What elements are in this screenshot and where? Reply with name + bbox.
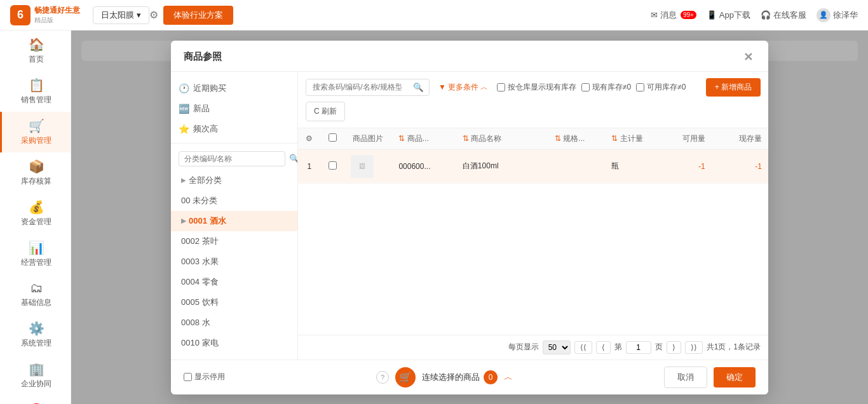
nav-messages[interactable]: ✉ 消息 99+ (651, 10, 696, 21)
page-first-btn[interactable]: ⟨⟨ (574, 341, 592, 354)
star-icon: ⭐ (179, 124, 189, 134)
inventory-icon: 📦 (29, 159, 44, 174)
col-header-unit[interactable]: ⇅ 主计量 (605, 128, 654, 150)
dialog-title: 商品参照 (184, 51, 222, 63)
table-header-row: ⚙ 商品图片 ⇅ (298, 128, 768, 150)
top-nav: 6 畅捷通好生意 精品版 日太阳膜 ▾ ⚙ 体验行业方案 ✉ 消息 99+ 📱 … (0, 0, 868, 30)
image-icon: 🖼 (359, 163, 365, 170)
show-disabled-label[interactable]: 显示停用 (184, 372, 225, 382)
row-settings: 1 (298, 149, 321, 183)
col-header-spec[interactable]: ⇅ 规格... (548, 128, 605, 150)
col-header-settings[interactable]: ⚙ (298, 128, 321, 150)
nav-dropdown[interactable]: 日太阳膜 ▾ (93, 6, 149, 24)
confirm-button[interactable]: 确定 (714, 367, 756, 387)
sidebar-item-inventory[interactable]: 📦 库存核算 (0, 152, 71, 193)
row-avail: -1 (654, 149, 711, 183)
page-prev-btn[interactable]: ⟨ (596, 341, 611, 354)
table-toolbar: 🔍 ▼ 更多条件 ︿ 按仓库显示现有库存 (298, 72, 768, 128)
cancel-button[interactable]: 取消 (664, 367, 707, 388)
sidebar-item-base[interactable]: 🗂 基础信息 (0, 274, 71, 314)
filter-btn[interactable]: ▼ 更多条件 ︿ (435, 79, 492, 95)
check-warehouse[interactable] (497, 83, 505, 91)
collapse-up-icon[interactable]: ︿ (504, 372, 513, 383)
left-panel: 🕐 近期购买 🆕 新品 ⭐ 频次高 (171, 72, 298, 360)
trial-btn[interactable]: 体验行业方案 (163, 6, 233, 25)
row-unit: 瓶 (605, 149, 654, 183)
cat-item-0003[interactable]: 0003 水果 (171, 252, 297, 272)
base-icon: 🗂 (30, 281, 43, 295)
logo-text: 畅捷通好生意 精品版 (34, 5, 80, 25)
main-content: 商品参照 ✕ 🕐 近期购买 🆕 新品 (71, 30, 868, 404)
nav-online-service[interactable]: 🎧 在线客服 (761, 10, 806, 21)
enterprise-icon: 🏢 (29, 361, 44, 377)
footer-center: ? 🛒 连续选择的商品 0 ︿ (231, 367, 658, 387)
sidebar-item-operations[interactable]: 📊 经营管理 (0, 234, 71, 274)
per-page-select[interactable]: 50 (543, 340, 571, 354)
dialog-header: 商品参照 ✕ (171, 41, 768, 72)
quick-select-recent[interactable]: 🕐 近期购买 (171, 78, 297, 98)
category-search-input[interactable] (179, 151, 285, 166)
cat-item-00[interactable]: 00 未分类 (171, 191, 297, 211)
dialog-overlay: 商品参照 ✕ 🕐 近期购买 🆕 新品 (71, 30, 868, 404)
category-search-icon[interactable]: 🔍 (289, 154, 298, 163)
sidebar-item-enterprise[interactable]: 🏢 企业协同 (0, 355, 71, 396)
col-header-stock: 现存量 (712, 128, 768, 150)
sidebar-item-sales[interactable]: 📋 销售管理 (0, 71, 71, 112)
cat-item-0001[interactable]: ▶ 0001 酒水 (171, 211, 297, 231)
total-info: 共1页，1条记录 (707, 342, 761, 353)
check-stock-label[interactable]: 现有库存≠0 (581, 82, 631, 93)
cat-item-0010[interactable]: 0010 家电 (171, 333, 297, 353)
cat-item-all[interactable]: ▶ 全部分类 (171, 170, 297, 191)
row-check[interactable] (321, 149, 344, 183)
sidebar: 🏠 首页 📋 销售管理 🛒 采购管理 📦 库存核算 💰 资金管理 📊 经营管理 … (0, 30, 71, 404)
row-img: 🖼 (344, 149, 393, 183)
sidebar-item-system[interactable]: ⚙️ 系统管理 (0, 314, 71, 355)
nav-app-download[interactable]: 📱 App下载 (707, 10, 750, 21)
show-disabled-checkbox[interactable] (184, 373, 192, 381)
row-checkbox[interactable] (329, 161, 337, 170)
cat-item-0008[interactable]: 0008 水 (171, 313, 297, 333)
sidebar-item-finance[interactable]: 💰 资金管理 (0, 193, 71, 234)
sidebar-item-guide[interactable]: 🎯 新手引导 (0, 396, 71, 404)
refresh-btn[interactable]: C 刷新 (306, 102, 345, 121)
page-input[interactable] (626, 341, 651, 354)
new-icon: 🆕 (179, 104, 189, 114)
quick-select-new[interactable]: 🆕 新品 (171, 98, 297, 119)
cat-item-0002[interactable]: 0002 茶叶 (171, 231, 297, 252)
cat-item-0005[interactable]: 0005 饮料 (171, 292, 297, 313)
page-next-btn[interactable]: ⟩ (667, 341, 681, 354)
nav-user[interactable]: 👤 徐泽华 (817, 8, 858, 22)
check-avail[interactable] (636, 83, 644, 91)
check-warehouse-label[interactable]: 按仓库显示现有库存 (497, 82, 576, 93)
arrow-icon: ▶ (181, 177, 186, 184)
product-search-input[interactable] (306, 79, 408, 95)
product-reference-dialog: 商品参照 ✕ 🕐 近期购买 🆕 新品 (171, 41, 768, 394)
page-last-btn[interactable]: ⟩⟩ (685, 341, 703, 354)
sales-icon: 📋 (29, 77, 44, 93)
sidebar-item-purchase[interactable]: 🛒 采购管理 (0, 112, 71, 152)
dialog-close-button[interactable]: ✕ (740, 50, 756, 65)
select-all-checkbox[interactable] (329, 133, 337, 142)
category-list: ▶ 全部分类 00 未分类 ▶ 0001 酒水 0002 茶 (171, 170, 297, 353)
logo-icon: 6 (10, 5, 31, 25)
col-header-avail: 可用量 (654, 128, 711, 150)
col-header-name[interactable]: ⇅ 商品名称 (456, 128, 548, 150)
selected-count: 连续选择的商品 0 (422, 370, 498, 384)
cart-button[interactable]: 🛒 (395, 367, 416, 387)
pagination: 每页显示 50 ⟨⟨ ⟨ 第 页 ⟩ ⟩⟩ 共1页，1条记录 (298, 335, 768, 360)
cat-item-0004[interactable]: 0004 零食 (171, 272, 297, 292)
add-product-btn[interactable]: + 新增商品 (706, 78, 761, 97)
quick-select-frequent[interactable]: ⭐ 频次高 (171, 119, 297, 139)
dialog-footer: 显示停用 ? 🛒 连续选择的商品 0 ︿ 取消 确定 (171, 360, 768, 394)
check-stock[interactable] (581, 83, 590, 91)
check-avail-label[interactable]: 可用库存≠0 (636, 82, 686, 93)
home-icon: 🏠 (29, 37, 44, 52)
nav-right: ✉ 消息 99+ 📱 App下载 🎧 在线客服 👤 徐泽华 (651, 8, 858, 22)
settings-icon[interactable]: ⚙ (149, 9, 158, 21)
help-icon[interactable]: ? (376, 371, 389, 384)
row-spec (548, 149, 605, 183)
product-search-btn[interactable]: 🔍 (408, 79, 429, 95)
sidebar-item-home[interactable]: 🏠 首页 (0, 30, 71, 71)
table-row[interactable]: 1 🖼 (298, 149, 768, 183)
col-header-code[interactable]: ⇅ 商品... (392, 128, 456, 150)
